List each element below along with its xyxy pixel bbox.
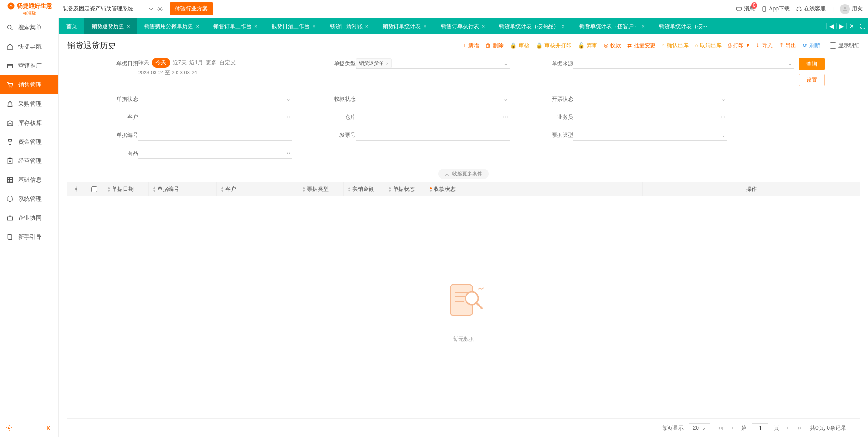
pay-status-select[interactable]: ⌄ [356, 93, 510, 104]
collapse-icon[interactable] [46, 424, 53, 432]
sidebar-item-marketing[interactable]: 营销推广 [0, 56, 58, 75]
footer-gear-icon[interactable] [5, 424, 13, 432]
sidebar-item-search[interactable]: 搜索菜单 [0, 18, 58, 37]
tab-order-exec[interactable]: 销售订单执行表× [434, 18, 492, 34]
invoiceno-input[interactable] [356, 130, 510, 141]
export-button[interactable]: ⤒导出 [779, 42, 796, 49]
refresh-button[interactable]: ⟳刷新 [803, 42, 820, 49]
col-no[interactable]: ▴▾单据编号 [149, 182, 217, 196]
close-icon[interactable]: × [365, 24, 368, 29]
receipt-button[interactable]: ◎收款 [604, 42, 621, 49]
tab-order-bench[interactable]: 销售订单工作台× [206, 18, 264, 34]
col-customer[interactable]: ▴▾客户 [217, 182, 298, 196]
try-button[interactable]: 体验行业方案 [170, 2, 213, 15]
warehouse-input[interactable]: ⋯ [356, 112, 510, 122]
picker-icon[interactable]: ⋯ [285, 150, 291, 156]
close-icon[interactable]: × [562, 24, 564, 29]
delete-button[interactable]: 🗑删除 [485, 42, 504, 49]
close-icon[interactable]: × [423, 24, 426, 29]
tab-scroll-right[interactable]: ▶ [836, 23, 846, 29]
tab-daily-bench[interactable]: 钱货日清工作台× [264, 18, 322, 34]
col-pay[interactable]: ▴▾收款状态 [425, 182, 643, 196]
sidebar-item-operation[interactable]: 经营管理 [0, 151, 58, 170]
close-icon[interactable]: × [196, 24, 199, 29]
col-date[interactable]: ▴▾单据日期 [103, 182, 149, 196]
close-icon[interactable]: × [254, 24, 257, 29]
date-custom[interactable]: 自定义 [219, 59, 236, 67]
user-menu[interactable]: 用友 [840, 4, 863, 14]
close-icon[interactable]: × [482, 24, 485, 29]
page-input[interactable] [752, 423, 768, 432]
sidebar-item-purchase[interactable]: 采购管理 [0, 94, 58, 113]
sidebar-item-quicknav[interactable]: 快捷导航 [0, 37, 58, 56]
sidebar-item-collab[interactable]: 企业协同 [0, 209, 58, 228]
prev-page-button[interactable]: ‹ [730, 425, 736, 431]
date-more[interactable]: 更多 [206, 59, 217, 67]
tab-daily-recon[interactable]: 钱货日清对账× [323, 18, 375, 34]
date-today[interactable]: 今天 [152, 58, 170, 68]
confirm-out-button[interactable]: ⌂确认出库 [662, 42, 689, 49]
query-button[interactable]: 查询 [799, 58, 825, 70]
batch-button[interactable]: ⇄批量变更 [627, 42, 655, 49]
fullscreen-icon[interactable]: ⛶ [857, 23, 868, 29]
tag-remove-icon[interactable]: × [386, 61, 388, 66]
ticket-type-select[interactable]: ⌄ [573, 130, 727, 141]
tab-stats-customer[interactable]: 销货单统计表（按客户）× [572, 18, 652, 34]
status-select[interactable]: ⌄ [138, 93, 292, 104]
sidebar-item-basicinfo[interactable]: 基础信息 [0, 170, 58, 189]
tab-return-history[interactable]: 销货退货历史× [84, 18, 137, 34]
last-page-button[interactable]: ⏭ [795, 425, 805, 431]
sidebar-item-inventory[interactable]: 库存核算 [0, 113, 58, 132]
tab-order-stats[interactable]: 销货订单统计表× [375, 18, 433, 34]
service-link[interactable]: 在线客服 [796, 5, 826, 13]
show-detail-checkbox[interactable]: 显示明细 [830, 42, 860, 49]
cancel-out-button[interactable]: ⌂取消出库 [695, 42, 722, 49]
tab-close-all[interactable]: ✕ [846, 23, 857, 29]
sales-input[interactable]: ⋯ [573, 112, 727, 122]
close-icon[interactable]: × [127, 24, 130, 29]
table-settings[interactable] [67, 182, 85, 196]
app-download-link[interactable]: App下载 [761, 5, 790, 13]
gear-icon[interactable] [157, 6, 163, 12]
picker-icon[interactable]: ⋯ [720, 114, 726, 120]
col-amount[interactable]: ▴▾实销金额 [344, 182, 384, 196]
collapse-filters-button[interactable]: ︽ 收起更多条件 [438, 169, 489, 179]
import-button[interactable]: ⤓导入 [756, 42, 773, 49]
sidebar-item-system[interactable]: 系统管理 [0, 189, 58, 209]
tab-stats-product[interactable]: 销货单统计表（按商品）× [492, 18, 572, 34]
date-1m[interactable]: 近1月 [189, 59, 204, 67]
doc-type-select[interactable]: 销货退货单× ⌄ [356, 58, 510, 69]
date-7d[interactable]: 近7天 [173, 59, 187, 67]
print-button[interactable]: ⎙打印▾ [728, 42, 749, 49]
system-selector[interactable]: 装备及固定资产辅助管理系统 [59, 5, 157, 13]
messages-link[interactable]: 消息 6 [736, 5, 755, 13]
tab-home[interactable]: 首页 [59, 18, 84, 34]
sidebar-item-sales[interactable]: 销售管理 [0, 75, 58, 94]
close-icon[interactable]: × [312, 24, 315, 29]
date-yesterday[interactable]: 昨天 [138, 59, 149, 67]
col-ticket[interactable]: ▴▾票据类型 [298, 182, 344, 196]
close-icon[interactable]: × [642, 24, 645, 29]
audit-button[interactable]: 🔒审核 [510, 42, 529, 49]
tab-scroll-left[interactable]: ◀ [826, 23, 836, 29]
settings-button[interactable]: 设置 [799, 74, 825, 86]
audit-print-button[interactable]: 🔒审核并打印 [536, 42, 572, 49]
discard-button[interactable]: 🔓弃审 [578, 42, 597, 49]
tab-stats-more[interactable]: 销货单统计表（按··· [652, 18, 714, 34]
docno-input[interactable] [138, 130, 292, 141]
per-page-select[interactable]: 20⌄ [689, 423, 710, 432]
invoice-status-select[interactable]: ⌄ [573, 93, 727, 104]
picker-icon[interactable]: ⋯ [503, 114, 508, 120]
picker-icon[interactable]: ⋯ [285, 114, 291, 120]
product-input[interactable]: ⋯ [138, 148, 292, 159]
sidebar-item-finance[interactable]: 资金管理 [0, 132, 58, 151]
tab-expense[interactable]: 销售费用分摊单历史× [137, 18, 206, 34]
customer-input[interactable]: ⋯ [138, 112, 292, 122]
first-page-button[interactable]: ⏮ [716, 425, 725, 431]
source-select[interactable]: ⌄ [573, 58, 794, 69]
sidebar-item-guide[interactable]: 新手引导 [0, 228, 58, 247]
select-all-checkbox[interactable] [85, 182, 103, 196]
col-status[interactable]: ▴▾单据状态 [384, 182, 425, 196]
next-page-button[interactable]: › [785, 425, 790, 431]
add-button[interactable]: +新增 [463, 42, 479, 49]
